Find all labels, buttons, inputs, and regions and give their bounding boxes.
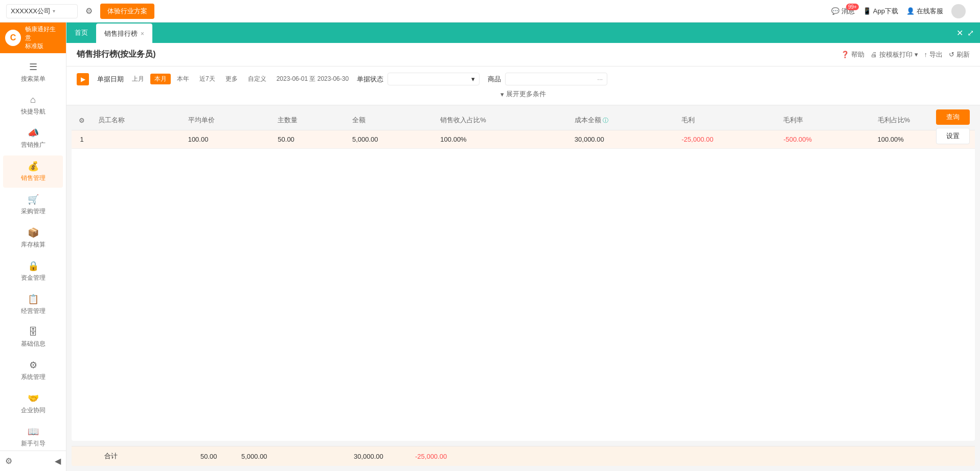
sidebar-item-enterprise-collab[interactable]: 🤝 企业协同 [3, 388, 63, 420]
system-mgmt-icon: ⚙ [29, 360, 37, 371]
close-window-icon[interactable]: ✕ [956, 28, 963, 38]
goods-filter-item: 商品 ··· [488, 73, 607, 85]
expand-filters-button[interactable]: ▾ 展开更多条件 [500, 89, 546, 99]
sidebar-item-system-mgmt[interactable]: ⚙ 系统管理 [3, 354, 63, 387]
goods-filter-label: 商品 [488, 75, 501, 84]
capital-icon: 🔒 [28, 260, 39, 272]
inventory-icon: 📦 [28, 227, 39, 238]
print-button[interactable]: 🖨 按模板打印 ▾ [871, 50, 918, 59]
online-service-button[interactable]: 👤 在线客服 [906, 7, 943, 16]
help-button[interactable]: ❓ 帮助 [841, 50, 864, 59]
cell-avg-price: 100.00 [182, 130, 272, 149]
sidebar-item-quick-nav[interactable]: ⌂ 快捷导航 [3, 89, 63, 121]
message-icon: 💬 [831, 7, 839, 15]
sidebar-item-label: 基础信息 [21, 340, 45, 348]
logo-icon: C [5, 30, 21, 46]
sidebar-item-sales-mgmt[interactable]: 💰 销售管理 [3, 155, 63, 188]
sidebar-item-label: 企业协同 [21, 406, 45, 415]
query-button-2[interactable]: 查询 [936, 109, 970, 125]
refresh-button[interactable]: ↺ 刷新 [949, 50, 970, 59]
th-sales-ratio: 销售收入占比% [434, 110, 568, 130]
logo-line2: 标准版 [25, 42, 61, 51]
date-tab-this-year[interactable]: 本年 [173, 74, 193, 84]
footer-amount: 5,000.00 [241, 453, 292, 460]
sidebar-item-search-order[interactable]: ☰ 搜索菜单 [3, 56, 63, 88]
top-right-area: 💬 消息 99+ 📱 App下载 👤 在线客服 [831, 4, 974, 18]
goods-input[interactable]: ··· [505, 73, 607, 85]
company-name: XXXXXX公司 [11, 7, 51, 16]
sidebar-item-label: 营销推广 [21, 141, 45, 149]
footer-total-label: 合计 [98, 452, 149, 461]
expand-window-icon[interactable]: ⤢ [967, 28, 974, 38]
page-title: 销售排行榜(按业务员) [77, 49, 156, 60]
footer-gross-profit: -25,000.00 [415, 453, 466, 460]
date-tab-last-7-days[interactable]: 近7天 [195, 74, 219, 84]
table-area: ⚙ 员工名称 平均单价 主数量 全额 销售收入占比% 成本全额 ⓘ 毛利 毛利率… [72, 110, 975, 441]
status-select[interactable]: ▾ [388, 73, 480, 85]
app-download-button[interactable]: 📱 App下载 [863, 7, 898, 16]
sidebar-item-label: 系统管理 [21, 373, 45, 382]
sidebar-item-label: 库存核算 [21, 240, 45, 249]
filter-toggle-icon[interactable]: ▶ [77, 73, 89, 85]
page-actions: ❓ 帮助 🖨 按模板打印 ▾ ↑ 导出 ↺ 刷新 [841, 50, 970, 59]
sidebar-item-marketing[interactable]: 📣 营销推广 [3, 122, 63, 154]
table-row: 1 100.00 50.00 5,000.00 100.00% 30,000.0… [72, 130, 975, 149]
date-tab-more[interactable]: 更多 [221, 74, 242, 84]
sidebar-item-biz-mgmt[interactable]: 📋 经营管理 [3, 288, 63, 321]
nav-items: ☰ 搜索菜单 ⌂ 快捷导航 📣 营销推广 💰 销售管理 🛒 采购管理 📦 库 [0, 53, 66, 451]
message-button[interactable]: 💬 消息 99+ [831, 7, 855, 16]
logo-area: C 畅康通好生意 标准版 [0, 23, 66, 53]
filter-row: ▶ 单据日期 上月 本月 本年 近7天 更多 自定义 2023-06-01 至 … [77, 73, 970, 85]
query-settings-overlay: 查询设置 [936, 109, 970, 144]
date-tab-custom[interactable]: 自定义 [244, 74, 270, 84]
filter-area: ▶ 单据日期 上月 本月 本年 近7天 更多 自定义 2023-06-01 至 … [66, 66, 980, 105]
export-icon: ↑ [924, 51, 928, 58]
quick-nav-icon: ⌂ [30, 95, 36, 105]
sidebar-settings-icon[interactable]: ⚙ [5, 456, 12, 466]
tab-close-icon[interactable]: × [141, 30, 144, 37]
print-label: 按模板打印 [879, 50, 913, 59]
sidebar-item-label: 快捷导航 [21, 107, 45, 116]
th-amount: 全额 [346, 110, 434, 130]
tab-sales-ranking[interactable]: 销售排行榜 × [96, 24, 152, 44]
sidebar-item-purchase-mgmt[interactable]: 🛒 采购管理 [3, 189, 63, 221]
status-select-chevron: ▾ [471, 75, 475, 83]
search-order-icon: ☰ [29, 61, 37, 73]
sidebar-item-newbie-guide[interactable]: 📖 新手引导 [3, 421, 63, 451]
avatar[interactable] [951, 4, 966, 18]
sidebar-item-label: 采购管理 [21, 207, 45, 216]
tab-home[interactable]: 首页 [66, 23, 96, 43]
sidebar-footer: ⚙ ◀ [0, 451, 66, 471]
footer-cost-amount: 30,000.00 [354, 453, 415, 460]
help-label: 帮助 [851, 50, 864, 59]
enterprise-collab-icon: 🤝 [28, 393, 39, 404]
th-gross-profit: 毛利 [675, 110, 777, 130]
home-tab-label: 首页 [75, 28, 88, 37]
sidebar-item-label: 销售管理 [21, 174, 45, 183]
trial-button[interactable]: 体验行业方案 [100, 4, 154, 19]
th-settings[interactable]: ⚙ [72, 110, 92, 130]
settings-button-2[interactable]: 设置 [936, 128, 970, 144]
export-button[interactable]: ↑ 导出 [924, 50, 943, 59]
th-employee-name: 员工名称 [92, 110, 182, 130]
message-badge: 99+ [846, 4, 859, 10]
company-selector[interactable]: XXXXXX公司 ▾ [6, 4, 78, 18]
active-tab-label: 销售排行榜 [104, 29, 138, 38]
goods-input-dots: ··· [597, 75, 603, 83]
sidebar-collapse-icon[interactable]: ◀ [55, 456, 61, 466]
cell-sales-ratio: 100.00% [434, 130, 568, 149]
settings-icon[interactable]: ⚙ [82, 4, 96, 18]
cell-main-qty: 50.00 [271, 130, 346, 149]
sidebar-item-label: 资金管理 [21, 274, 45, 282]
th-main-qty: 主数量 [271, 110, 346, 130]
date-tab-this-month[interactable]: 本月 [150, 74, 171, 84]
th-gross-rate: 毛利率 [777, 110, 871, 130]
sidebar-item-label: 搜索菜单 [21, 75, 45, 83]
sidebar-item-basic-info[interactable]: 🗄 基础信息 [3, 322, 63, 353]
date-tab-last-month[interactable]: 上月 [128, 74, 148, 84]
sidebar-item-inventory[interactable]: 📦 库存核算 [3, 222, 63, 254]
date-filter-label: 单据日期 [97, 75, 124, 84]
chevron-down-icon: ▾ [53, 8, 55, 14]
sidebar-item-capital-mgmt[interactable]: 🔒 资金管理 [3, 255, 63, 287]
th-avg-price: 平均单价 [182, 110, 272, 130]
